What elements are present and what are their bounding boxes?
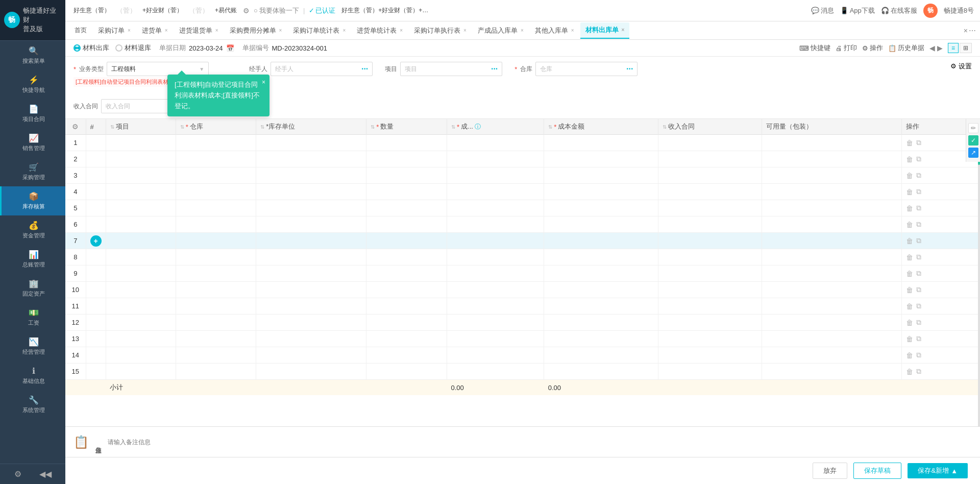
sidebar-item-salary[interactable]: 💵工资 (0, 303, 65, 332)
user-avatar[interactable]: 畅 (923, 4, 938, 18)
form-settings-button[interactable]: ⚙ 设置 (950, 62, 972, 71)
nav-prev-button[interactable]: ◀ (929, 44, 935, 52)
tab-close-3[interactable]: × (279, 28, 282, 33)
settings-icon[interactable]: ⚙ (14, 469, 21, 479)
copy-row-button[interactable]: ⧉ (916, 367, 921, 376)
tab-6[interactable]: 采购订单执行表× (409, 22, 472, 39)
sidebar-item-sales[interactable]: 📈销售管理 (0, 128, 65, 157)
tab-close-6[interactable]: × (463, 28, 467, 33)
nav-next-button[interactable]: ▶ (937, 44, 943, 52)
delete-row-button[interactable]: 🗑 (906, 368, 913, 376)
tab-8[interactable]: 其他入库单× (530, 22, 579, 39)
nav-haoshenyi[interactable]: 好生意（菅） (71, 6, 112, 15)
tab-close-0[interactable]: × (128, 28, 131, 33)
add-row-button[interactable]: + (90, 235, 102, 247)
project-dots-icon[interactable]: ··· (491, 64, 498, 74)
copy-row-button[interactable]: ⧉ (916, 236, 921, 245)
th-sort-amount[interactable]: ⇅ (548, 124, 552, 130)
copy-row-button[interactable]: ⧉ (916, 269, 921, 278)
sidebar-item-system[interactable]: 🔧系统管理 (0, 390, 65, 419)
th-info-icon[interactable]: ⓘ (475, 123, 481, 131)
copy-row-button[interactable]: ⧉ (916, 138, 921, 147)
collapse-icon[interactable]: ◀◀ (39, 469, 52, 479)
warehouse-dots-icon[interactable]: ··· (626, 64, 633, 74)
sidebar-item-finance[interactable]: 💰资金管理 (0, 215, 65, 245)
th-sort-unit[interactable]: ⇅ (260, 124, 264, 130)
history-doc-button[interactable]: 📋 历史单据 (888, 43, 924, 53)
delete-row-button[interactable]: 🗑 (906, 253, 913, 261)
tab-close-2[interactable]: × (215, 28, 218, 33)
tab-2[interactable]: 进货退货单× (174, 22, 224, 39)
topbar-settings-icon[interactable]: ⚙ (243, 7, 250, 15)
tab-4[interactable]: 采购订单统计表× (288, 22, 351, 39)
delete-row-button[interactable]: 🗑 (906, 172, 913, 180)
delete-row-button[interactable]: 🗑 (906, 221, 913, 229)
copy-row-button[interactable]: ⧉ (916, 334, 921, 343)
tab-1[interactable]: 进货单× (137, 22, 173, 39)
delete-row-button[interactable]: 🗑 (906, 351, 913, 359)
radio-material-out[interactable]: 材料出库 (74, 43, 109, 53)
message-button[interactable]: 💬 消息 (811, 6, 834, 15)
tab-close-1[interactable]: × (165, 28, 168, 33)
sidebar-item-purchase[interactable]: 🛒采购管理 (0, 157, 65, 186)
handler-dots-icon[interactable]: ··· (361, 64, 368, 74)
tab-9[interactable]: 材料出库单× (580, 22, 630, 39)
operation-button[interactable]: ⚙ 操作 (862, 43, 883, 53)
tab-3[interactable]: 采购费用分摊单× (225, 22, 287, 39)
sidebar-item-ledger[interactable]: 📊总账管理 (0, 245, 65, 274)
tab-close-5[interactable]: × (400, 28, 403, 33)
tab-close-all-button[interactable]: × (964, 27, 968, 35)
sidebar-item-assets[interactable]: 🏢固定资产 (0, 274, 65, 303)
copy-row-button[interactable]: ⧉ (916, 351, 921, 359)
delete-row-button[interactable]: 🗑 (906, 237, 913, 245)
copy-row-button[interactable]: ⧉ (916, 253, 921, 261)
tab-close-4[interactable]: × (342, 28, 346, 33)
tab-close-7[interactable]: × (521, 28, 524, 33)
copy-row-button[interactable]: ⧉ (916, 220, 921, 229)
save-draft-button[interactable]: 保存草稿 (853, 463, 901, 479)
handler-select[interactable]: 经手人 ··· (271, 62, 373, 76)
copy-row-button[interactable]: ⧉ (916, 285, 921, 294)
notes-input[interactable] (108, 439, 972, 446)
right-panel-edit-btn[interactable]: ✏ (968, 123, 978, 133)
sidebar-item-search[interactable]: 🔍搜索菜单 (0, 41, 65, 70)
nav-yidaizhang[interactable]: +易代账 (213, 6, 239, 15)
warehouse-select[interactable]: 仓库 ··· (535, 62, 638, 76)
view-table-button[interactable]: ≡ (948, 43, 959, 53)
app-download-button[interactable]: 📱 App下载 (840, 6, 875, 15)
delete-row-button[interactable]: 🗑 (906, 270, 913, 278)
print-button[interactable]: 🖨 打印 (836, 43, 857, 53)
th-sort-warehouse[interactable]: ⇅ (180, 124, 184, 130)
copy-row-button[interactable]: ⧉ (916, 204, 921, 212)
sidebar-item-base[interactable]: ℹ基础信息 (0, 361, 65, 390)
delete-row-button[interactable]: 🗑 (906, 319, 913, 327)
delete-row-button[interactable]: 🗑 (906, 188, 913, 196)
delete-row-button[interactable]: 🗑 (906, 302, 913, 310)
experience-button[interactable]: ○ 我要体验一下 (254, 6, 299, 15)
th-sort-cost[interactable]: ⇅ (451, 124, 455, 130)
tab-7[interactable]: 产成品入库单× (473, 22, 529, 39)
delete-row-button[interactable]: 🗑 (906, 155, 913, 163)
calendar-icon[interactable]: 📅 (226, 44, 234, 52)
delete-row-button[interactable]: 🗑 (906, 139, 913, 147)
right-panel-blue-btn[interactable]: ↗ (968, 148, 978, 158)
user-name[interactable]: 畅捷通8号 (944, 6, 974, 15)
sidebar-item-ops[interactable]: 📉经营管理 (0, 332, 65, 361)
view-grid-button[interactable]: ⊞ (960, 43, 972, 53)
delete-row-button[interactable]: 🗑 (906, 335, 913, 343)
sidebar-item-project[interactable]: 📄项目合同 (0, 99, 65, 128)
certified-badge[interactable]: ✓ 已认证 (309, 6, 335, 15)
online-service-button[interactable]: 🎧 在线客服 (881, 6, 917, 15)
tab-home[interactable]: 首页 (69, 23, 92, 38)
tab-close-9[interactable]: × (622, 27, 625, 33)
certified-more[interactable]: 好生意（菅）+好业财（菅）+… (339, 6, 430, 15)
copy-row-button[interactable]: ⧉ (916, 318, 921, 327)
copy-row-button[interactable]: ⧉ (916, 171, 921, 180)
th-sort-project[interactable]: ⇅ (110, 124, 114, 130)
sidebar-item-nav[interactable]: ⚡快捷导航 (0, 70, 65, 99)
sidebar-item-inventory[interactable]: 📦库存核算 (0, 186, 65, 215)
shortcut-key-button[interactable]: ⌨ 快捷键 (799, 43, 830, 53)
tab-0[interactable]: 采购订单× (93, 22, 136, 39)
tab-5[interactable]: 进货单统计表× (352, 22, 408, 39)
radio-material-return[interactable]: 材料退库 (115, 43, 151, 53)
